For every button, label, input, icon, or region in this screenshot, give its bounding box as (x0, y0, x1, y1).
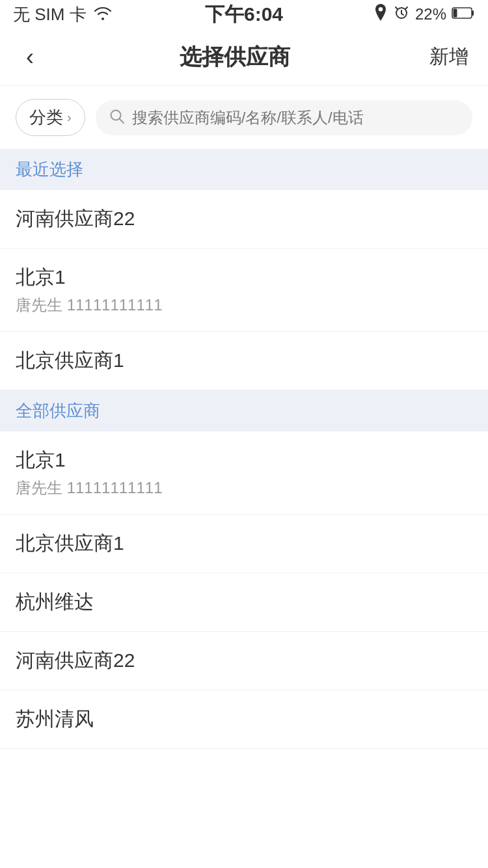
back-button[interactable]: ‹ (20, 37, 40, 77)
item-name: 河南供应商22 (16, 206, 472, 232)
list-item[interactable]: 河南供应商22 (0, 190, 488, 249)
item-name: 河南供应商22 (16, 647, 472, 674)
list-item[interactable]: 杭州维达 (0, 573, 488, 632)
search-icon (109, 108, 126, 128)
recent-items-list: 河南供应商22北京1唐先生 11111111111北京供应商1 (0, 190, 488, 390)
category-label: 分类 (29, 106, 63, 129)
chevron-right-icon: › (67, 110, 72, 125)
all-items-list: 北京1唐先生 11111111111北京供应商1杭州维达河南供应商22苏州清风 (0, 431, 488, 749)
nav-bar: ‹ 选择供应商 新增 (0, 29, 488, 86)
item-sub: 唐先生 11111111111 (16, 478, 472, 498)
carrier-text: 无 SIM 卡 (13, 3, 87, 26)
add-button[interactable]: 新增 (429, 44, 468, 70)
item-name: 北京1 (16, 447, 472, 474)
list-item[interactable]: 北京供应商1 (0, 515, 488, 573)
battery-icon (452, 5, 475, 23)
svg-rect-2 (454, 9, 457, 18)
list-item[interactable]: 北京1唐先生 11111111111 (0, 249, 488, 332)
item-name: 北京1 (16, 264, 472, 291)
item-name: 北京供应商1 (16, 530, 472, 557)
status-time: 下午6:04 (205, 1, 283, 28)
item-sub: 唐先生 11111111111 (16, 295, 472, 316)
item-name: 苏州清风 (16, 706, 472, 733)
list-item[interactable]: 河南供应商22 (0, 632, 488, 690)
list-item[interactable]: 北京1唐先生 11111111111 (0, 431, 488, 515)
search-bar: 分类 › (0, 86, 488, 149)
all-section-label: 全部供应商 (16, 401, 100, 420)
search-input[interactable] (132, 109, 459, 127)
search-input-wrap[interactable] (96, 100, 472, 135)
item-name: 北京供应商1 (16, 347, 472, 374)
alarm-icon (393, 4, 410, 25)
status-left: 无 SIM 卡 (13, 3, 113, 26)
list-item[interactable]: 北京供应商1 (0, 332, 488, 390)
recent-section-header: 最近选择 (0, 149, 488, 190)
wifi-icon (93, 5, 113, 25)
battery-text: 22% (415, 5, 446, 23)
all-section-header: 全部供应商 (0, 390, 488, 431)
location-icon (373, 4, 388, 25)
list-item[interactable]: 苏州清风 (0, 690, 488, 749)
svg-line-5 (119, 118, 124, 123)
status-right: 22% (373, 4, 475, 25)
page-title: 选择供应商 (180, 42, 290, 72)
category-button[interactable]: 分类 › (16, 99, 85, 136)
status-bar: 无 SIM 卡 下午6:04 22% (0, 0, 488, 29)
recent-section-label: 最近选择 (16, 159, 83, 179)
svg-rect-3 (472, 10, 474, 16)
item-name: 杭州维达 (16, 589, 472, 616)
